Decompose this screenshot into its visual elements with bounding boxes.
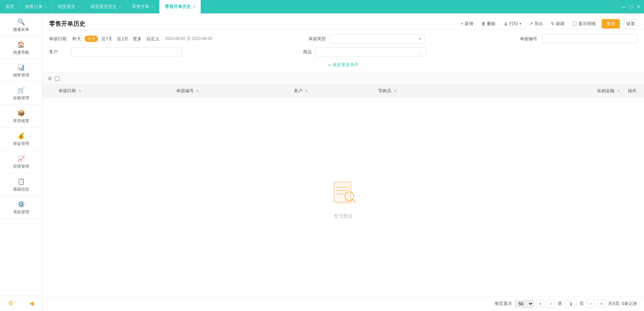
tab-retail-order-history[interactable]: 零售开单历史 × bbox=[159, 0, 201, 13]
settings-label: 设置 bbox=[626, 21, 635, 27]
top-tabbar: 首页 销售订单 × 销货退货 × 销货退货历史 × 零售开单 × 零售开单历史 … bbox=[0, 0, 644, 13]
doc-type-dropdown-icon: ▾ bbox=[419, 36, 421, 41]
th-doc-no[interactable]: 单据编号 ⇅ bbox=[172, 85, 290, 98]
sidebar-collapse-icon[interactable]: ◀ bbox=[29, 300, 34, 307]
delete-button[interactable]: 🗑 删除 bbox=[479, 19, 498, 28]
th-checkbox bbox=[42, 85, 54, 98]
sidebar-item-search-label: 搜索采单 bbox=[13, 27, 29, 33]
tab-retail-order[interactable]: 零售开单 × bbox=[127, 0, 159, 13]
sidebar-item-purchase[interactable]: 🛒 采购管理 bbox=[0, 82, 42, 105]
date-opt-7days[interactable]: 近7天 bbox=[100, 35, 114, 43]
page-size-label: 每页显示 bbox=[495, 301, 512, 307]
th-date[interactable]: 单据日期 ⇅ bbox=[54, 85, 172, 98]
date-opt-today[interactable]: 今天 bbox=[85, 36, 98, 42]
export-icon: ↗ bbox=[529, 21, 533, 26]
prev-page-btn[interactable]: ‹ bbox=[547, 300, 555, 308]
tab-sales-return-history-close[interactable]: × bbox=[119, 5, 121, 9]
sidebar-item-sales[interactable]: 📊 销售管理 bbox=[0, 59, 42, 82]
th-doc-no-sort: ⇅ bbox=[196, 89, 199, 93]
system-icon: ⚙️ bbox=[17, 201, 25, 208]
print-dropdown-icon: ▾ bbox=[519, 22, 521, 25]
delete-label: 删除 bbox=[487, 21, 496, 27]
sidebar-item-sales-label: 销售管理 bbox=[13, 72, 29, 78]
sidebar-settings-icon[interactable]: ⚙ bbox=[8, 300, 13, 307]
search-icon: 🔍 bbox=[17, 18, 25, 25]
sidebar-item-basic-info[interactable]: 📋 基础信息 bbox=[0, 173, 42, 196]
pagination-bar: 每页显示 50 10 20 100 « ‹ 第 页 › » 共0页, 0条记录 bbox=[42, 296, 644, 311]
export-button[interactable]: ↗ 导出 bbox=[527, 19, 545, 28]
tab-sales-return-history[interactable]: 销货退货历史 × bbox=[85, 0, 127, 13]
table-select-all-checkbox[interactable] bbox=[55, 76, 59, 81]
date-opt-more[interactable]: 更多 bbox=[132, 35, 143, 43]
customer-ellipsis: ... bbox=[175, 49, 179, 54]
tab-sales-return[interactable]: 销货退货 × bbox=[52, 0, 85, 13]
query-button[interactable]: 查询 bbox=[602, 19, 620, 29]
tab-home[interactable]: 首页 bbox=[0, 0, 20, 13]
table-header: 单据日期 ⇅ 单据编号 ⇅ 客户 ⇅ 导购员 ⇅ bbox=[42, 85, 644, 98]
refresh-button[interactable]: ↻ 刷新 bbox=[549, 19, 567, 28]
table-settings-icon[interactable]: ⚙ bbox=[48, 75, 52, 82]
tab-home-label: 首页 bbox=[5, 4, 14, 10]
tab-retail-order-history-close[interactable]: × bbox=[193, 5, 195, 9]
add-label: 新增 bbox=[464, 21, 473, 27]
th-date-label: 单据日期 bbox=[58, 88, 76, 93]
window-max-btn[interactable]: □ bbox=[630, 4, 633, 9]
display-detail-button[interactable]: 显示明细 bbox=[571, 19, 598, 28]
sidebar-item-nav[interactable]: 🏠 快捷导航 bbox=[0, 36, 42, 59]
doc-type-select[interactable]: ▾ bbox=[329, 34, 425, 43]
tab-sales-order-close[interactable]: × bbox=[45, 5, 47, 9]
add-button[interactable]: + 新增 bbox=[458, 19, 475, 28]
first-page-icon: « bbox=[539, 301, 542, 306]
tab-sales-return-history-label: 销货退货历史 bbox=[91, 4, 117, 10]
tab-retail-order-close[interactable]: × bbox=[151, 5, 153, 9]
total-text: 共0页, 0条记录 bbox=[608, 301, 637, 307]
th-spacer bbox=[475, 85, 506, 98]
customer-input[interactable]: ... bbox=[71, 47, 182, 56]
tab-sales-return-close[interactable]: × bbox=[77, 5, 79, 9]
date-range-display: 2023-06-02 至 2023-06-02 bbox=[165, 36, 212, 42]
window-controls: — □ × bbox=[621, 4, 644, 10]
collapse-btn[interactable]: ∧ 收起更多条件 bbox=[49, 60, 637, 69]
window-min-btn[interactable]: — bbox=[621, 4, 626, 9]
main-layout: 🔍 搜索采单 🏠 快捷导航 📊 销售管理 🛒 采购管理 📦 库存核算 💰 资金管… bbox=[0, 13, 644, 311]
page-input[interactable] bbox=[565, 300, 577, 307]
last-page-btn[interactable]: » bbox=[597, 300, 605, 308]
sidebar-item-operations[interactable]: 📈 经营管理 bbox=[0, 150, 42, 173]
th-amount[interactable]: 实销金额 ⇅ bbox=[506, 85, 624, 98]
finance-icon: 💰 bbox=[17, 132, 25, 140]
settings-button[interactable]: 设置 bbox=[624, 19, 637, 29]
sidebar-item-search[interactable]: 🔍 搜索采单 bbox=[0, 13, 42, 36]
home-icon: 🏠 bbox=[17, 41, 25, 48]
sidebar-item-system[interactable]: ⚙️ 系统管理 bbox=[0, 196, 42, 219]
date-opt-1month[interactable]: 近1月 bbox=[116, 35, 130, 43]
th-ops: 操作 bbox=[624, 85, 644, 98]
print-button[interactable]: 🖨 打印 ▾ bbox=[502, 19, 523, 28]
product-input[interactable]: ... bbox=[315, 47, 426, 56]
date-opt-custom[interactable]: 自定义 bbox=[145, 35, 161, 43]
sidebar-item-finance[interactable]: 💰 资金管理 bbox=[0, 127, 42, 150]
th-customer[interactable]: 客户 ⇅ bbox=[290, 85, 374, 98]
date-label: 单据日期 bbox=[49, 36, 68, 42]
doc-no-input[interactable] bbox=[542, 34, 638, 43]
sidebar-item-inventory[interactable]: 📦 库存核算 bbox=[0, 105, 42, 127]
th-salesperson[interactable]: 导购员 ⇅ bbox=[374, 85, 475, 98]
last-page-icon: » bbox=[600, 301, 603, 306]
first-page-btn[interactable]: « bbox=[536, 300, 544, 308]
sidebar-item-nav-label: 快捷导航 bbox=[13, 50, 29, 55]
operations-icon: 📈 bbox=[17, 155, 25, 162]
window-close-btn[interactable]: × bbox=[637, 4, 640, 10]
date-opt-yesterday[interactable]: 昨天 bbox=[71, 35, 83, 43]
basic-info-icon: 📋 bbox=[17, 178, 25, 185]
tab-sales-order-label: 销售订单 bbox=[25, 4, 43, 10]
empty-text: 暂无数据 bbox=[334, 213, 353, 219]
page-size-select[interactable]: 50 10 20 100 bbox=[515, 300, 534, 308]
sidebar-item-basic-info-label: 基础信息 bbox=[13, 187, 29, 192]
th-amount-label: 实销金额 bbox=[597, 88, 614, 93]
sidebar: 🔍 搜索采单 🏠 快捷导航 📊 销售管理 🛒 采购管理 📦 库存核算 💰 资金管… bbox=[0, 13, 42, 311]
sidebar-item-operations-label: 经营管理 bbox=[13, 164, 29, 169]
next-page-btn[interactable]: › bbox=[587, 300, 595, 308]
tab-sales-order[interactable]: 销售订单 × bbox=[20, 0, 52, 13]
page-unit: 页 bbox=[580, 301, 584, 307]
print-icon: 🖨 bbox=[504, 21, 508, 26]
tab-retail-order-history-label: 零售开单历史 bbox=[165, 4, 191, 10]
